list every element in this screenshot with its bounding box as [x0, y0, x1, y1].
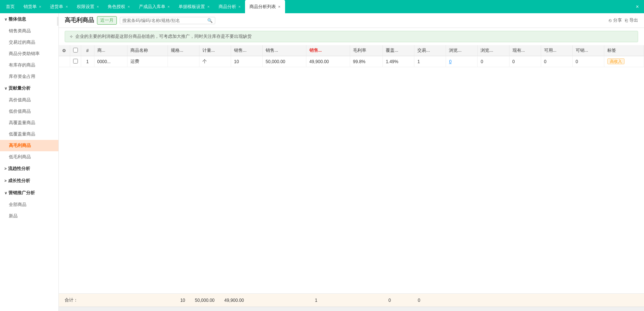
- th-coverage[interactable]: 覆盖...: [383, 45, 414, 56]
- total-stock2-val: 0: [394, 298, 423, 303]
- sidebar-group-overall[interactable]: ∨ 整体信息: [0, 13, 58, 25]
- close-icon[interactable]: ×: [97, 4, 99, 9]
- nav-sales-order[interactable]: 销货单 ×: [19, 0, 46, 13]
- td-stock1: 0: [509, 56, 541, 67]
- th-transaction[interactable]: 交易...: [414, 45, 446, 56]
- td-transaction: 1: [414, 56, 446, 67]
- table-row: 1 0000... 运费 个 10 50,000.00 49,900.00 99…: [59, 56, 644, 67]
- th-sales2[interactable]: 销售...: [263, 45, 306, 56]
- td-browse1[interactable]: 0: [446, 56, 478, 67]
- total-label: 合计：: [65, 297, 78, 303]
- th-sales1[interactable]: 销售...: [231, 45, 263, 56]
- close-icon[interactable]: ×: [127, 4, 130, 9]
- sidebar-item-low-margin[interactable]: 低毛利商品: [0, 151, 58, 163]
- horizontal-scrollbar[interactable]: [59, 307, 644, 311]
- nav-purchase-order[interactable]: 进货单 ×: [46, 0, 72, 13]
- arrow-down-icon: ∨: [4, 86, 7, 90]
- total-empty3: [320, 298, 364, 303]
- total-sales1: [85, 298, 159, 303]
- th-gross-rate[interactable]: 毛利率: [350, 45, 382, 56]
- sidebar-item-high-coverage[interactable]: 高覆盖量商品: [0, 117, 58, 129]
- nav-permission-settings[interactable]: 权限设置 ×: [72, 0, 103, 13]
- arrow-right-icon: >: [4, 179, 7, 183]
- total-transaction-val: 1: [291, 298, 320, 303]
- th-tag[interactable]: 标签: [604, 45, 644, 56]
- close-icon[interactable]: ×: [168, 4, 170, 9]
- sidebar-group-contribution[interactable]: ∨ 贡献量分析: [0, 82, 58, 94]
- window-close-btn[interactable]: ×: [632, 4, 643, 10]
- header-actions: ⎋ 分享 ⎗ 导出: [609, 17, 638, 23]
- sidebar-item-traded-goods[interactable]: 交易过的商品: [0, 37, 58, 48]
- sidebar-item-sales-goods[interactable]: 销售类商品: [0, 25, 58, 37]
- td-stock3: 0: [572, 56, 604, 67]
- th-stock1[interactable]: 现有...: [509, 45, 541, 56]
- total-empty1: [247, 298, 269, 303]
- high-income-badge: 高收入: [607, 58, 625, 64]
- total-sales3-val: 49,900.00: [217, 298, 247, 303]
- main-layout: 《 ∨ 整体信息 销售类商品 交易过的商品 商品分类助销率 有库存的商品 库存资…: [0, 13, 644, 311]
- arrow-down-icon: ∨: [4, 191, 7, 195]
- top-nav: 首页 销货单 × 进货单 × 权限设置 × 角色授权 × 产成品入库单 × 单据…: [0, 0, 644, 13]
- nav-template-settings[interactable]: 单据模板设置 ×: [174, 0, 214, 13]
- sidebar-item-high-value[interactable]: 高价值商品: [0, 94, 58, 106]
- export-btn[interactable]: ⎗ 导出: [625, 17, 638, 23]
- td-browse2: 0: [478, 56, 509, 67]
- th-browse2[interactable]: 浏览...: [478, 45, 509, 56]
- sidebar-item-in-stock[interactable]: 有库存的商品: [0, 59, 58, 71]
- sidebar-item-stock-capital[interactable]: 库存资金占用: [0, 71, 58, 82]
- nav-product-analysis[interactable]: 商品分析 ×: [214, 0, 245, 13]
- search-icon[interactable]: 🔍: [207, 18, 213, 23]
- sidebar-item-low-value[interactable]: 低价值商品: [0, 106, 58, 117]
- th-name[interactable]: 商品名称: [127, 45, 168, 56]
- sidebar-collapse-btn[interactable]: 《: [57, 17, 59, 26]
- th-spec[interactable]: 规格...: [168, 45, 199, 56]
- content-header: 高毛利商品 近一月 🔍 ⎋ 分享 ⎗ 导出: [59, 13, 644, 28]
- search-input[interactable]: [122, 18, 207, 23]
- th-num: #: [81, 45, 94, 56]
- nav-home[interactable]: 首页: [1, 0, 19, 13]
- row-checkbox[interactable]: [73, 59, 78, 64]
- total-empty2: [269, 298, 291, 303]
- settings-th[interactable]: ⚙: [59, 45, 70, 56]
- sidebar-group-marketing[interactable]: ∨ 营销推广分析: [0, 187, 58, 199]
- sidebar-group-growth[interactable]: > 成长性分析: [0, 175, 58, 187]
- td-spec: [168, 56, 199, 67]
- close-icon[interactable]: ×: [278, 4, 280, 9]
- table-container: ⚙ # 商... 商品名称 规格...: [59, 45, 644, 293]
- th-sales3[interactable]: 销售...: [306, 45, 350, 56]
- nav-role-auth[interactable]: 角色授权 ×: [103, 0, 134, 13]
- th-browse1[interactable]: 浏览...: [446, 45, 478, 56]
- td-coverage: 1.49%: [383, 56, 414, 67]
- export-icon: ⎗: [625, 18, 628, 23]
- filter-recent-month-btn[interactable]: 近一月: [97, 16, 117, 25]
- sidebar-item-low-coverage[interactable]: 低覆盖量商品: [0, 129, 58, 140]
- close-icon[interactable]: ×: [39, 4, 41, 9]
- share-icon: ⎋: [609, 18, 612, 23]
- td-code: 0000...: [94, 56, 127, 67]
- nav-product-analysis-list[interactable]: 商品分析列表 ×: [245, 0, 285, 13]
- th-stock2[interactable]: 可用...: [541, 45, 572, 56]
- sidebar-item-new-goods[interactable]: 新品: [0, 210, 58, 222]
- window-controls: ×: [632, 4, 643, 10]
- close-icon[interactable]: ×: [207, 4, 209, 9]
- th-code[interactable]: 商...: [94, 45, 127, 56]
- sidebar-item-high-margin[interactable]: 高毛利商品: [0, 140, 58, 151]
- close-icon[interactable]: ×: [65, 4, 68, 9]
- td-stock2: 0: [541, 56, 572, 67]
- share-btn[interactable]: ⎋ 分享: [609, 17, 622, 23]
- sidebar-group-trend[interactable]: > 流趋性分析: [0, 163, 58, 175]
- data-table: ⚙ # 商... 商品名称 规格...: [59, 45, 644, 67]
- nav-product-inbound[interactable]: 产成品入库单 ×: [134, 0, 174, 13]
- sidebar: 《 ∨ 整体信息 销售类商品 交易过的商品 商品分类助销率 有库存的商品 库存资…: [0, 13, 59, 311]
- info-text: 企业的主要的利润都是这部分商品创造的，可考虑加大推广，同时关注库存是不要出现缺货: [75, 33, 252, 40]
- content-area: 高毛利商品 近一月 🔍 ⎋ 分享 ⎗ 导出 ✧ 企业的主要的利润都是这部分商品创…: [59, 13, 644, 311]
- td-sales2: 50,000.00: [263, 56, 306, 67]
- td-sales1: 10: [231, 56, 263, 67]
- sidebar-item-all-goods[interactable]: 全部商品: [0, 199, 58, 210]
- th-stock3[interactable]: 可销...: [572, 45, 604, 56]
- total-values: 10 50,000.00 49,900.00 1 0 0: [85, 298, 423, 303]
- close-icon[interactable]: ×: [238, 4, 241, 9]
- sidebar-item-category-sales[interactable]: 商品分类助销率: [0, 48, 58, 59]
- th-unit[interactable]: 计量...: [199, 45, 231, 56]
- select-all-checkbox[interactable]: [73, 48, 78, 53]
